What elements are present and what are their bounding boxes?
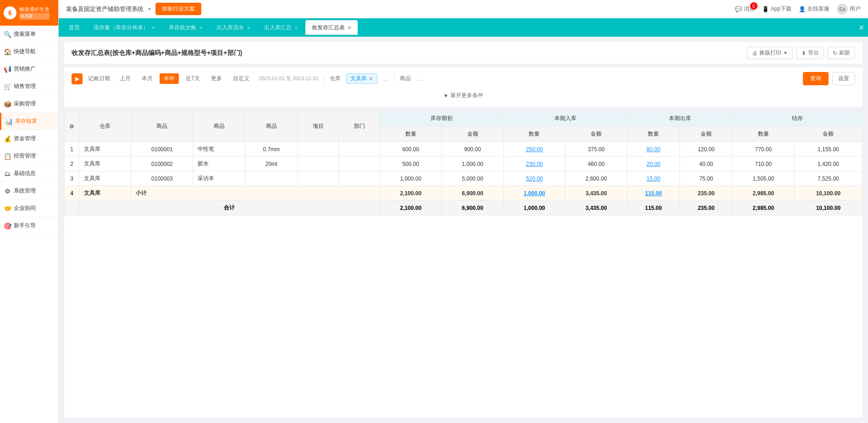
- tab-close-stock_dist[interactable]: ✕: [151, 25, 155, 30]
- sidebar-label-sales: 销售管理: [14, 82, 36, 90]
- cell-no-2: 3: [65, 171, 79, 186]
- tab-close-inout_flow[interactable]: ✕: [247, 25, 250, 30]
- sidebar-label-inventory: 库存核算: [15, 117, 37, 125]
- sidebar-item-finance[interactable]: 💰 资金管理: [0, 130, 58, 148]
- user-avatar: Ea: [837, 4, 848, 15]
- th-in-qty: 数量: [503, 126, 565, 142]
- cell-in-qty-0[interactable]: 250.00: [503, 142, 565, 157]
- th-closing-qty: 数量: [732, 126, 794, 142]
- date-btn-本月[interactable]: 本月: [138, 73, 157, 84]
- finance-icon: 💰: [4, 135, 11, 143]
- tab-home[interactable]: 首页: [62, 20, 86, 35]
- tab-close-recv_send_summary[interactable]: ✕: [348, 25, 351, 30]
- filter-expand-btn[interactable]: ▶: [72, 73, 83, 84]
- th-opening-qty: 数量: [380, 126, 442, 142]
- cell-in-qty-1[interactable]: 230.00: [503, 157, 565, 171]
- th-department: 部门: [339, 111, 380, 142]
- sidebar-item-system[interactable]: ⚙ 系统管理: [0, 182, 58, 200]
- tab-inout_flow[interactable]: 出入库流水✕: [210, 20, 257, 35]
- top-header: 装备及固定资产辅助管理系统 ▼ 体验行业方案 💬 消息 6 📱 App下载 👤: [59, 0, 868, 18]
- sidebar-item-enterprise[interactable]: 🤝 企业协同: [0, 200, 58, 217]
- total-empty1: [65, 201, 79, 215]
- user-action[interactable]: Ea 用户: [837, 4, 861, 15]
- sidebar-item-purchase[interactable]: 📦 采购管理: [0, 95, 58, 113]
- date-btn-近7天[interactable]: 近7天: [182, 73, 204, 84]
- col-settings[interactable]: ⚙: [65, 111, 79, 142]
- sidebar-item-inventory[interactable]: 📊 库存核算: [0, 113, 58, 130]
- sidebar-item-quick_nav[interactable]: 🏠 快捷导航: [0, 43, 58, 60]
- expand-conditions-btn[interactable]: ▼ 展开更多条件: [443, 90, 484, 101]
- message-action[interactable]: 💬 消息 6: [735, 5, 755, 13]
- print-dropdown-icon: ▼: [783, 50, 788, 55]
- date-btn-更多[interactable]: 更多: [207, 73, 226, 84]
- settings-button[interactable]: 设置: [832, 72, 855, 85]
- warehouse-more[interactable]: …: [383, 76, 388, 82]
- cell-name-2: 采访本: [193, 171, 245, 186]
- sidebar-item-search[interactable]: 🔍 搜索菜单: [0, 26, 58, 43]
- cell-in-qty-2[interactable]: 520.00: [503, 171, 565, 186]
- sidebar-label-purchase: 采购管理: [14, 100, 36, 108]
- cell-out-amt-2: 75.00: [680, 171, 733, 186]
- tab-bar-close[interactable]: ✕: [858, 23, 864, 32]
- logo-text: 畅捷通好生意 标准版: [19, 6, 50, 20]
- sidebar-item-operations[interactable]: 📋 经营管理: [0, 148, 58, 165]
- cell-closing-qty-2: 1,505.00: [732, 171, 794, 186]
- subtotal-warehouse: 文具库: [79, 186, 131, 201]
- warehouse-tag-close[interactable]: ✕: [369, 76, 373, 82]
- page-title: 收发存汇总表(按仓库+商品编码+商品+规格型号+项目+部门): [72, 49, 242, 57]
- online-service-action[interactable]: 👤 在线客服: [799, 5, 829, 13]
- sidebar-item-guide[interactable]: 🎯 新手引导: [0, 217, 58, 235]
- divider: [324, 75, 324, 82]
- tab-label-home: 首页: [69, 24, 80, 32]
- cell-closing-amt-2: 7,525.00: [794, 171, 862, 186]
- data-table: ⚙ 仓库 商品 商品 商品 项目 部门 库存期初 本期入库 本期出库 结存: [64, 110, 862, 215]
- logo-icon: 6: [4, 6, 17, 19]
- tab-recv_send_summary[interactable]: 收发存汇总表✕: [305, 20, 358, 35]
- search-button[interactable]: 查询: [803, 72, 829, 85]
- sidebar-item-marketing[interactable]: 📢 营销推广: [0, 60, 58, 78]
- cell-out-amt-0: 120.00: [680, 142, 733, 157]
- refresh-button[interactable]: ↻ 刷新: [828, 47, 855, 59]
- app-download-action[interactable]: 📱 App下载: [762, 5, 791, 13]
- cell-out-qty-2[interactable]: 15.00: [627, 171, 680, 186]
- basic_info-icon: 🗂: [4, 170, 11, 177]
- experience-button[interactable]: 体验行业方案: [155, 3, 201, 15]
- total-label: 合计: [79, 201, 380, 215]
- cell-opening-qty-1: 500.00: [380, 157, 442, 171]
- tab-label-recv_send_summary: 收发存汇总表: [312, 24, 345, 32]
- system-dropdown[interactable]: ▼: [147, 6, 152, 11]
- sidebar-label-marketing: 营销推广: [14, 65, 36, 73]
- subtotal-closing-amt: 10,100.00: [794, 186, 862, 201]
- print-button[interactable]: 🖨 换版打印 ▼: [747, 47, 793, 59]
- date-btn-本年[interactable]: 本年: [160, 73, 179, 84]
- tab-bar: 首页现存量（库存分布表）✕库存批次账✕出入库流水✕出入库汇总✕收发存汇总表✕✕: [59, 18, 868, 37]
- message-icon: 💬: [735, 6, 742, 12]
- tab-close-batch[interactable]: ✕: [199, 25, 203, 30]
- th-closing-amt: 金额: [794, 126, 862, 142]
- operations-icon: 📋: [4, 153, 11, 160]
- export-button[interactable]: ⬇ 导出: [796, 47, 824, 59]
- sidebar-item-sales[interactable]: 🛒 销售管理: [0, 78, 58, 95]
- th-opening: 库存期初: [380, 111, 503, 126]
- date-btn-自定义[interactable]: 自定义: [229, 73, 254, 84]
- system-icon: ⚙: [4, 187, 11, 195]
- date-btn-上月[interactable]: 上月: [116, 73, 135, 84]
- goods-more[interactable]: …: [416, 76, 422, 82]
- date-shortcuts: 上月本月本年近7天更多自定义: [116, 73, 254, 84]
- tab-stock_dist[interactable]: 现存量（库存分布表）✕: [87, 20, 161, 35]
- th-out-qty: 数量: [627, 126, 680, 142]
- cell-code-1: 0100002: [131, 157, 193, 171]
- date-range: 2023-01-01 至 2023-12-31: [259, 75, 319, 82]
- system-title: 装备及固定资产辅助管理系统: [66, 5, 144, 13]
- th-out: 本期出库: [627, 111, 733, 126]
- cell-out-qty-0[interactable]: 80.00: [627, 142, 680, 157]
- tab-close-inout_summary[interactable]: ✕: [294, 25, 298, 30]
- sidebar-item-basic_info[interactable]: 🗂 基础信息: [0, 165, 58, 182]
- tab-batch[interactable]: 库存批次账✕: [162, 20, 209, 35]
- cell-out-qty-1[interactable]: 20.00: [627, 157, 680, 171]
- subtotal-in-amt: 3,435.00: [565, 186, 627, 201]
- cell-out-amt-1: 40.00: [680, 157, 733, 171]
- service-icon: 👤: [799, 6, 806, 12]
- tab-inout_summary[interactable]: 出入库汇总✕: [258, 20, 304, 35]
- cell-dept-1: [339, 157, 380, 171]
